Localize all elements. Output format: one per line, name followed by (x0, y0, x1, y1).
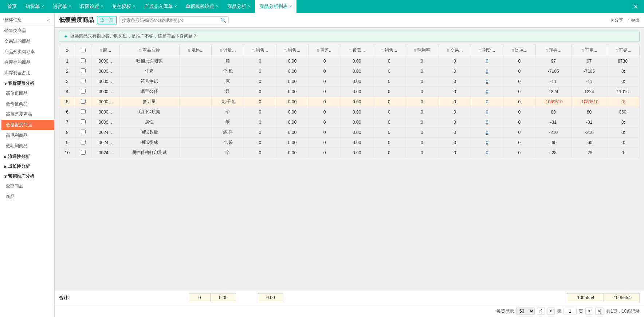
close-role-tab[interactable]: ✕ (133, 0, 136, 13)
table-container[interactable]: ⚙ ⇅商... ⇅商品名称 ⇅规格... ⇅计量... ⇅销售... ⇅销售..… (55, 45, 644, 290)
close-permission-tab[interactable]: ✕ (101, 0, 103, 13)
row-cov1: 0 (309, 87, 341, 97)
export-button[interactable]: ↑ 导出 (628, 17, 640, 23)
sidebar-group-marketing[interactable]: ▾ 营销推广分析 (0, 171, 54, 181)
close-analysis-list-tab[interactable]: ✕ (289, 0, 292, 13)
search-input[interactable] (122, 18, 220, 23)
row-select-checkbox[interactable] (81, 79, 86, 83)
sidebar-item-sales-trend[interactable]: 商品分类销动率 (0, 47, 54, 57)
col-sales-qty[interactable]: ⇅销售... (244, 45, 276, 56)
row-browse1[interactable]: 0 (471, 117, 503, 127)
row-checkbox[interactable] (75, 66, 91, 76)
close-sales-tab[interactable]: ✕ (41, 0, 44, 13)
col-settings[interactable]: ⚙ (59, 45, 75, 56)
nav-tab-role[interactable]: 角色授权 ✕ (108, 0, 140, 13)
row-browse1[interactable]: 0 (471, 56, 503, 66)
nav-tab-template[interactable]: 单据模板设置 ✕ (181, 0, 223, 13)
table-row: 5 0000... 多计量 克,千克 0 0.00 0 0.00 0 0 0 0… (59, 97, 640, 107)
row-checkbox[interactable] (75, 97, 91, 107)
nav-tab-home[interactable]: 首页 (3, 0, 21, 13)
col-code[interactable]: ⇅商... (91, 45, 119, 56)
row-select-checkbox[interactable] (81, 99, 86, 104)
col-browse2[interactable]: ⇅浏览... (503, 45, 535, 56)
close-purchase-tab[interactable]: ✕ (68, 0, 71, 13)
row-checkbox[interactable] (75, 138, 91, 148)
row-select-checkbox[interactable] (81, 89, 86, 94)
last-page-btn[interactable]: >| (595, 308, 604, 315)
row-checkbox[interactable] (75, 127, 91, 138)
total-sales-amt: 0.00 (211, 293, 236, 302)
row-select-checkbox[interactable] (81, 130, 86, 134)
period-button[interactable]: 近一月 (97, 16, 117, 24)
sidebar-item-all-goods[interactable]: 全部商品 (1, 181, 54, 191)
row-checkbox[interactable] (75, 87, 91, 97)
col-trade[interactable]: ⇅交易... (439, 45, 471, 56)
sidebar-item-high-coverage[interactable]: 高覆盖度商品 (1, 109, 54, 120)
sidebar-item-stock-occupy[interactable]: 库存资金占用 (0, 68, 54, 78)
sidebar-item-low-value[interactable]: 低价值商品 (1, 99, 54, 109)
row-browse1[interactable]: 0 (471, 148, 503, 158)
row-sales-qty: 0 (244, 97, 276, 107)
col-sales-stat[interactable]: ⇅销售... (373, 45, 405, 56)
row-select-checkbox[interactable] (81, 119, 86, 124)
row-checkbox[interactable] (75, 107, 91, 117)
col-coverage1[interactable]: ⇅覆盖... (309, 45, 341, 56)
first-page-btn[interactable]: K (537, 308, 545, 315)
sidebar-collapse-btn[interactable]: « (47, 17, 50, 23)
sidebar-item-high-profit[interactable]: 高毛利商品 (1, 130, 54, 141)
nav-tab-purchase[interactable]: 进货单 ✕ (48, 0, 76, 13)
col-coverage2[interactable]: ⇅覆盖... (341, 45, 373, 56)
col-saleable[interactable]: ⇅可销... (607, 45, 640, 56)
sidebar-group-coverage[interactable]: ▾ 客群覆盖分析 (0, 78, 54, 88)
row-browse1[interactable]: 0 (471, 97, 503, 107)
per-page-select[interactable]: 20 50 100 200 (516, 308, 535, 315)
col-browse1[interactable]: ⇅浏览... (471, 45, 503, 56)
nav-tab-product-entry[interactable]: 产成品入库单 ✕ (140, 0, 181, 13)
sidebar-group-growth[interactable]: ▸ 成长性分析 (0, 161, 54, 171)
nav-tab-analysis[interactable]: 商品分析 ✕ (223, 0, 255, 13)
row-select-checkbox[interactable] (81, 140, 86, 144)
sidebar-item-low-coverage[interactable]: 低覆盖度商品 (1, 120, 54, 130)
row-browse1[interactable]: 0 (471, 127, 503, 138)
nav-tab-analysis-list[interactable]: 商品分析列表 ✕ (255, 0, 297, 13)
sidebar-item-has-stock[interactable]: 有库存的商品 (0, 57, 54, 68)
col-spec[interactable]: ⇅规格... (179, 45, 212, 56)
col-name[interactable]: ⇅商品名称 (119, 45, 179, 56)
sidebar-item-traded-goods[interactable]: 交易过的商品 (0, 36, 54, 47)
row-select-checkbox[interactable] (81, 68, 86, 73)
row-checkbox[interactable] (75, 117, 91, 127)
share-button[interactable]: ⎘ 分享 (611, 17, 623, 23)
prev-page-btn[interactable]: < (547, 308, 555, 315)
page-number-input[interactable] (564, 308, 577, 314)
close-analysis-tab[interactable]: ✕ (248, 0, 251, 13)
sidebar-group-flow[interactable]: ▸ 流通性分析 (0, 151, 54, 161)
nav-tab-permission[interactable]: 权限设置 ✕ (76, 0, 108, 13)
close-product-entry-tab[interactable]: ✕ (174, 0, 177, 13)
row-browse1[interactable]: 0 (471, 76, 503, 87)
select-all-checkbox[interactable] (81, 48, 86, 52)
sidebar-item-sales-goods[interactable]: 销售类商品 (0, 25, 54, 36)
col-gross-rate[interactable]: ⇅毛利率 (405, 45, 439, 56)
row-checkbox[interactable] (75, 148, 91, 158)
nav-tab-sales[interactable]: 销货单 ✕ (21, 0, 48, 13)
sidebar-item-new-goods[interactable]: 新品 (1, 191, 54, 202)
col-available[interactable]: ⇅可用... (571, 45, 607, 56)
close-template-tab[interactable]: ✕ (216, 0, 219, 13)
row-code: 0024... (91, 127, 119, 138)
next-page-btn[interactable]: > (585, 308, 593, 315)
col-sales-amt[interactable]: ⇅销售... (276, 45, 309, 56)
row-select-checkbox[interactable] (81, 150, 86, 155)
col-current-stock[interactable]: ⇅现有... (535, 45, 571, 56)
close-all-tabs[interactable]: ✕ (631, 3, 641, 10)
sidebar-item-low-profit[interactable]: 低毛利商品 (1, 141, 54, 151)
row-browse1[interactable]: 0 (471, 107, 503, 117)
row-checkbox[interactable] (75, 56, 91, 66)
row-select-checkbox[interactable] (81, 58, 86, 63)
row-select-checkbox[interactable] (81, 109, 86, 114)
row-checkbox[interactable] (75, 76, 91, 87)
row-browse1[interactable]: 0 (471, 66, 503, 76)
row-browse1[interactable]: 0 (471, 87, 503, 97)
sidebar-item-high-value[interactable]: 高价值商品 (1, 88, 54, 99)
col-unit[interactable]: ⇅计量... (212, 45, 244, 56)
row-browse1[interactable]: 0 (471, 138, 503, 148)
